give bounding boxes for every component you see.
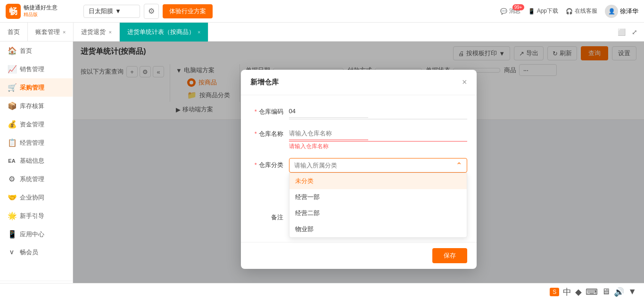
name-error-msg: 请输入仓库名称	[289, 142, 467, 150]
code-label: 仓库编码	[250, 105, 283, 116]
sidebar-system-label: 系统管理	[20, 175, 44, 183]
sidebar-finance-label: 资金管理	[20, 120, 44, 129]
tab-home[interactable]: 首页	[0, 23, 28, 42]
headset-icon: 🎧	[566, 8, 573, 15]
bottom-volume-icon[interactable]: 🔊	[614, 287, 624, 297]
sidebar-operations-label: 经营管理	[20, 139, 44, 147]
phone-icon: 📱	[528, 8, 535, 15]
chevron-down-icon: ▼	[115, 8, 121, 15]
gear-button[interactable]: ⚙	[144, 4, 159, 19]
logo-area: 畅 畅捷通好生意 精品版	[6, 4, 79, 19]
sidebar-item-inventory[interactable]: 📦 库存核算	[0, 97, 73, 115]
tab-restore-icon[interactable]: ⬜	[616, 26, 627, 38]
bottom-chinese-icon[interactable]: 中	[563, 286, 571, 298]
tab-purchase-stat-close[interactable]: ×	[198, 29, 200, 35]
tab-account-label: 账套管理	[35, 28, 60, 36]
category-input[interactable]	[294, 162, 456, 169]
sidebar-item-sales[interactable]: 📈 销售管理	[0, 60, 73, 78]
user-name: 徐泽华	[620, 7, 638, 16]
bottom-monitor-icon[interactable]: 🖥	[602, 287, 610, 297]
code-input[interactable]	[289, 105, 368, 118]
bottom-diamond-icon[interactable]: ◆	[575, 287, 582, 297]
sidebar-item-guide[interactable]: 🌟 新手引导	[0, 207, 73, 225]
service-item[interactable]: 🎧 在线客服	[566, 7, 597, 15]
store-selector[interactable]: 日太阳膜 ▼	[83, 5, 140, 18]
top-right-area: 💬 消息 99+ 📱 App下载 🎧 在线客服 👤 徐泽华	[500, 5, 638, 18]
tab-return-close[interactable]: ×	[108, 29, 111, 35]
dropdown-item-dept1[interactable]: 经营一部	[289, 189, 467, 205]
inventory-icon: 📦	[8, 101, 16, 110]
member-icon: V	[8, 250, 16, 255]
sales-icon: 📈	[8, 65, 16, 74]
name-field: 请输入仓库名称	[289, 127, 467, 150]
tab-return[interactable]: 进货退货 ×	[74, 23, 119, 42]
dialog-close-button[interactable]: ×	[462, 77, 467, 87]
message-icon-item[interactable]: 💬 消息 99+	[500, 7, 520, 15]
sidebar-member-label: 畅会员	[20, 248, 38, 257]
dialog-footer: 保存	[241, 242, 477, 269]
tab-actions: ⬜ ⤢	[612, 26, 644, 38]
message-icon: 💬	[500, 8, 507, 15]
sidebar-item-member[interactable]: V 畅会员	[0, 243, 73, 261]
category-chevron-icon[interactable]: ⌃	[456, 161, 462, 170]
content-area: 进货单统计(按商品) 🖨 按模板打印 ▼ ↗ 导出 ↻ 刷新 查询 设置	[73, 42, 644, 300]
sidebar-item-system[interactable]: ⚙ 系统管理	[0, 170, 73, 188]
dropdown-item-dept3[interactable]: 物业部	[289, 221, 467, 237]
remark-label: 备注	[250, 210, 283, 222]
operations-icon: 📋	[8, 138, 16, 147]
sidebar-item-enterprise[interactable]: 🤝 企业协同	[0, 188, 73, 207]
service-label: 在线客服	[575, 7, 597, 15]
sidebar-basic-info-label: 基础信息	[20, 157, 44, 165]
sidebar-item-basic-info[interactable]: EA 基础信息	[0, 152, 73, 170]
sidebar-guide-label: 新手引导	[20, 212, 44, 220]
basic-info-icon: EA	[8, 158, 16, 164]
finance-icon: 💰	[8, 120, 16, 129]
name-input[interactable]	[289, 127, 368, 140]
dropdown-item-unclassified[interactable]: 未分类	[289, 173, 467, 189]
tab-bar: 首页 账套管理 × 进货退货 × 进货单统计表（按商品） × ⬜ ⤢	[0, 23, 644, 42]
dialog-title: 新增仓库	[250, 78, 279, 87]
logo-sub: 精品版	[24, 11, 58, 18]
tab-purchase-stat-label: 进货单统计表（按商品）	[127, 28, 195, 36]
tab-return-label: 进货退货	[81, 28, 106, 36]
dropdown-item-dept2[interactable]: 经营二部	[289, 205, 467, 221]
category-label: 仓库分类	[250, 158, 283, 169]
tab-expand-icon[interactable]: ⤢	[629, 26, 640, 38]
category-field: ⌃ 未分类 经营一部 经营二部 物业部	[289, 158, 467, 173]
app-download-item[interactable]: 📱 App下载	[528, 7, 558, 15]
sidebar-home-label: 首页	[20, 47, 32, 55]
bottom-s-icon[interactable]: S	[550, 288, 559, 296]
tab-account[interactable]: 账套管理 ×	[28, 23, 74, 42]
save-button[interactable]: 保存	[432, 248, 467, 263]
tab-purchase-stat[interactable]: 进货单统计表（按商品） ×	[120, 23, 208, 42]
bottom-icons: S 中 ◆ ⌨ 🖥 🔊 ▼	[550, 286, 636, 298]
name-label: 仓库名称	[250, 127, 283, 138]
name-field-row: 仓库名称 请输入仓库名称	[250, 127, 467, 150]
sidebar-item-purchase[interactable]: 🛒 采购管理	[0, 78, 73, 97]
category-dropdown: 未分类 经营一部 经营二部 物业部	[289, 173, 467, 238]
sidebar-inventory-label: 库存核算	[20, 102, 44, 110]
logo-icon: 畅	[6, 4, 21, 19]
category-field-row: 仓库分类 ⌃ 未分类 经营一部 经营二部 物业部	[250, 158, 467, 173]
add-warehouse-dialog: 新增仓库 × 仓库编码 仓库名称	[241, 70, 477, 269]
user-avatar-area[interactable]: 👤 徐泽华	[605, 5, 638, 18]
top-bar: 畅 畅捷通好生意 精品版 日太阳膜 ▼ ⚙ 体验行业方案 💬 消息 99+ 📱 …	[0, 0, 644, 23]
bottom-keyboard-icon[interactable]: ⌨	[586, 287, 598, 297]
system-icon: ⚙	[8, 175, 16, 183]
enterprise-icon: 🤝	[8, 193, 16, 202]
sidebar-enterprise-label: 企业协同	[20, 193, 44, 202]
sidebar-item-finance[interactable]: 💰 资金管理	[0, 115, 73, 133]
sidebar-item-operations[interactable]: 📋 经营管理	[0, 133, 73, 152]
tab-home-label: 首页	[8, 28, 20, 36]
sidebar-item-home[interactable]: 🏠 首页	[0, 42, 73, 60]
dialog-body: 仓库编码 仓库名称 请输入仓库名称	[241, 95, 477, 242]
app-label: App下载	[537, 7, 558, 15]
bottom-chevron-icon[interactable]: ▼	[628, 287, 636, 297]
sidebar-item-apps[interactable]: 📱 应用中心	[0, 225, 73, 243]
message-badge: 99+	[512, 4, 524, 10]
purchase-icon: 🛒	[8, 83, 16, 92]
trial-button[interactable]: 体验行业方案	[163, 4, 213, 18]
category-input-wrap[interactable]: ⌃	[289, 158, 467, 173]
avatar: 👤	[605, 5, 618, 18]
tab-account-close[interactable]: ×	[63, 29, 66, 35]
